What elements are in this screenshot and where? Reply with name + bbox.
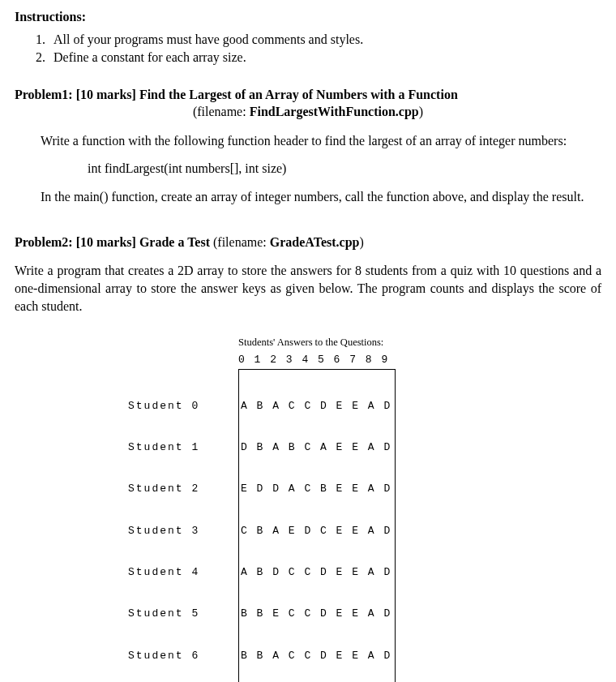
problem1-para1: Write a function with the following func… <box>41 132 601 150</box>
answer-row: D B A B C A E E A D <box>241 441 391 454</box>
student-label: Student 5 <box>128 607 232 620</box>
student-label: Student 1 <box>128 441 232 454</box>
problem2-filename: GradeATest.cpp <box>270 235 360 249</box>
answers-col-headers: 0 1 2 3 4 5 6 7 8 9 <box>238 353 601 367</box>
problem2-heading: Problem2: [10 marks] Grade a Test (filen… <box>15 234 601 251</box>
student-label: Student 0 <box>128 400 232 413</box>
answer-row: B B A C C D E E A D <box>241 650 391 663</box>
problem1-signature: int findLargest(int numbers[], int size) <box>88 160 601 178</box>
problem2-heading-bold: Problem2: [10 marks] Grade a Test <box>15 235 213 249</box>
answer-row: A B D C C D E E A D <box>241 566 391 579</box>
student-label: Student 4 <box>128 566 232 579</box>
problem2-heading-suffix: ) <box>359 235 363 249</box>
answers-block: Students' Answers to the Questions: 0 1 … <box>128 336 601 682</box>
filename-suffix: ) <box>419 105 423 118</box>
instructions-heading: Instructions: <box>15 8 601 26</box>
problem1-para2: In the main() function, create an array … <box>41 188 601 206</box>
student-label: Student 2 <box>128 483 232 495</box>
student-label: Student 6 <box>128 650 232 663</box>
instruction-item: All of your programs must have good comm… <box>49 31 601 49</box>
problem1-heading: Problem1: [10 marks] Find the Largest of… <box>15 86 601 104</box>
answers-grid-box: A B A C C D E E A D D B A B C A E E A D … <box>238 369 396 682</box>
problem1-filename: FindLargestWithFunction.cpp <box>250 105 419 118</box>
problem2-heading-prefix: (filename: <box>213 235 270 249</box>
answer-row: A B A C C D E E A D <box>241 400 391 413</box>
answers-title: Students' Answers to the Questions: <box>238 336 601 350</box>
student-labels-column: Student 0 Student 1 Student 2 Student 3 … <box>128 371 238 682</box>
answer-row: C B A E D C E E A D <box>241 525 391 538</box>
instructions-list: All of your programs must have good comm… <box>15 31 601 66</box>
filename-prefix: (filename: <box>193 105 250 118</box>
student-label: Student 3 <box>128 525 232 538</box>
answer-row: E D D A C B E E A D <box>241 483 391 495</box>
instruction-item: Define a constant for each array size. <box>49 49 601 66</box>
answer-row: B B E C C D E E A D <box>241 607 391 620</box>
problem1-filename-line: (filename: FindLargestWithFunction.cpp) <box>15 103 601 121</box>
problem2-para: Write a program that creates a 2D array … <box>15 262 601 315</box>
